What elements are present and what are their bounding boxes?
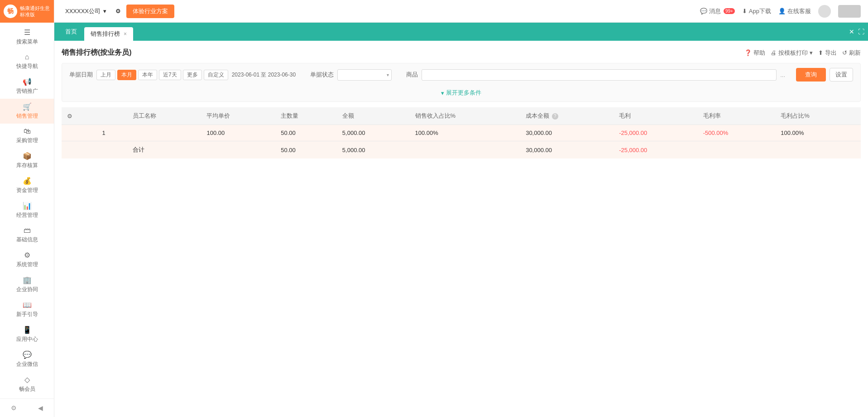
topbar: XXXXXX公司 ▾ ⚙ 体验行业方案 💬 消息 99+ ⬇ App下载 👤 在… [54, 0, 868, 23]
sidebar-label-weixin: 企业微信 [16, 360, 38, 368]
tfoot-main-qty: 50.00 [275, 141, 337, 159]
settings-btn[interactable]: 设置 [830, 68, 853, 81]
th-avg-price: 平均单价 [201, 107, 275, 125]
sidebar-item-purchase[interactable]: 🛍采购管理 [0, 124, 54, 148]
sidebar-menu: ☰搜索菜单⌂快捷导航📢营销推广🛒销售管理🛍采购管理📦库存核算💰资金管理📊经营管理… [0, 23, 54, 398]
goods-filter-label: 商品 [406, 71, 418, 79]
table-head: ⚙ 员工名称 平均单价 主数量 全额 销售收入占比% 成本全额 ? 毛利 [62, 107, 861, 125]
goods-filter-group: 商品 ... [406, 69, 785, 81]
status-filter-group: 单据状态 [310, 69, 392, 81]
avatar[interactable] [818, 5, 831, 18]
sidebar-item-collab[interactable]: 🏢企业协同 [0, 272, 54, 297]
tfoot-empty-1 [62, 141, 97, 159]
sidebar-icon-collab: 🏢 [23, 276, 32, 284]
td-gross-pct: 100.00% [775, 125, 861, 141]
refresh-btn[interactable]: ↺ 刷新 [842, 49, 861, 57]
sidebar-icon-marketing: 📢 [23, 77, 32, 86]
td-sales-pct: 100.00% [410, 125, 521, 141]
sidebar-bottom: ⚙ ◀ [0, 398, 54, 417]
th-name: 员工名称 [127, 107, 201, 125]
app-version: 标准版 [20, 11, 50, 18]
data-table: ⚙ 员工名称 平均单价 主数量 全额 销售收入占比% 成本全额 ? 毛利 [62, 107, 861, 158]
th-gross: 毛利 [614, 107, 698, 125]
page-actions: ❓ 帮助 🖨 按模板打印 ▾ ⬆ 导出 ↺ 刷新 [744, 49, 861, 57]
sidebar-item-marketing[interactable]: 📢营销推广 [0, 74, 54, 99]
sidebar-item-sales[interactable]: 🛒销售管理 [0, 99, 54, 124]
online-service-btn[interactable]: 👤 在线客服 [778, 7, 811, 15]
print-icon: 🖨 [771, 49, 777, 56]
sidebar-collapse-icon[interactable]: ◀ [36, 403, 45, 413]
sidebar-item-system[interactable]: ⚙系统管理 [0, 247, 54, 272]
message-label: 消息 [709, 7, 721, 15]
date-btn-last-month[interactable]: 上月 [96, 70, 115, 80]
tab-close-window-icon[interactable]: ✕ [849, 28, 854, 35]
company-name: XXXXXX公司 [65, 7, 101, 15]
sidebar-label-purchase: 采购管理 [16, 137, 38, 144]
app-name: 畅康通好生意 [20, 5, 50, 11]
date-btn-this-year[interactable]: 本年 [138, 70, 157, 80]
export-btn[interactable]: ⬆ 导出 [818, 49, 837, 57]
message-icon: 💬 [700, 8, 707, 14]
sidebar: 畅 畅康通好生意 标准版 ☰搜索菜单⌂快捷导航📢营销推广🛒销售管理🛍采购管理📦库… [0, 0, 54, 417]
td-amount: 5,000.00 [337, 125, 410, 141]
date-btn-custom[interactable]: 自定义 [204, 70, 228, 80]
help-btn[interactable]: ❓ 帮助 [744, 49, 765, 57]
expand-more-btn[interactable]: ▾ 展开更多条件 [441, 89, 481, 97]
td-name [127, 125, 201, 141]
sidebar-label-marketing: 营销推广 [16, 87, 38, 95]
status-select-wrapper [337, 69, 392, 81]
tfoot-gross: -25,000.00 [614, 141, 698, 159]
sidebar-icon-member: ◇ [24, 375, 30, 384]
service-icon: 👤 [778, 8, 786, 14]
sidebar-label-basic: 基础信息 [16, 236, 38, 244]
th-cost: 成本全额 ? [520, 107, 614, 125]
status-select[interactable] [337, 69, 392, 81]
sidebar-item-guide[interactable]: 📖新手引导 [0, 297, 54, 322]
table-foot: 合计 50.00 5,000.00 30,000.00 -25,000.00 [62, 141, 861, 159]
sidebar-item-operation[interactable]: 📊经营管理 [0, 198, 54, 223]
sidebar-icon-operation: 📊 [23, 201, 32, 210]
tab-expand-icon[interactable]: ⛶ [858, 28, 864, 35]
sidebar-item-member[interactable]: ◇畅会员 [0, 372, 54, 397]
template-print-btn[interactable]: 🖨 按模板打印 ▾ [771, 49, 813, 57]
filter-expand-row: ▾ 展开更多条件 [69, 85, 853, 97]
sidebar-settings-icon[interactable]: ⚙ [9, 403, 19, 413]
tab-sales-ranking[interactable]: 销售排行榜 × [84, 27, 133, 41]
sidebar-item-finance[interactable]: 💰资金管理 [0, 173, 54, 198]
sidebar-item-weixin[interactable]: 💬企业微信 [0, 347, 54, 372]
td-avg-price: 100.00 [201, 125, 275, 141]
date-btn-this-month[interactable]: 本月 [117, 70, 136, 80]
sidebar-item-search[interactable]: ☰搜索菜单 [0, 24, 54, 49]
settings-gear-icon[interactable]: ⚙ [115, 8, 121, 14]
th-gross-rate: 毛利率 [698, 107, 776, 125]
company-dropdown-icon: ▾ [103, 8, 106, 14]
download-icon: ⬇ [742, 8, 747, 14]
app-download-btn[interactable]: ⬇ App下载 [742, 7, 771, 15]
goods-input[interactable] [422, 69, 777, 81]
export-label: 导出 [825, 49, 837, 57]
cost-help-icon[interactable]: ? [552, 113, 558, 120]
date-filter-group: 单据日期 上月 本月 本年 近7天 更多 自定义 2023-06-01 至 20… [69, 70, 296, 80]
sidebar-label-operation: 经营管理 [16, 211, 38, 219]
date-btn-7days[interactable]: 近7天 [159, 70, 181, 80]
tfoot-amount: 5,000.00 [337, 141, 410, 159]
expand-label: 展开更多条件 [446, 89, 481, 97]
sidebar-label-shortcut: 快捷导航 [16, 62, 38, 70]
sidebar-item-app[interactable]: 📱应用中心 [0, 322, 54, 347]
sidebar-item-basic[interactable]: 🗃基础信息 [0, 223, 54, 247]
tab-home[interactable]: 首页 [58, 23, 84, 41]
tab-close-icon[interactable]: × [124, 31, 127, 37]
company-selector[interactable]: XXXXXX公司 ▾ [62, 5, 110, 17]
sidebar-icon-guide: 📖 [23, 301, 32, 309]
query-btn[interactable]: 查询 [796, 68, 826, 81]
sidebar-icon-inventory: 📦 [23, 152, 32, 160]
sidebar-item-shortcut[interactable]: ⌂快捷导航 [0, 49, 54, 74]
th-settings[interactable]: ⚙ [62, 107, 97, 125]
tabbar: 首页 销售排行榜 × ✕ ⛶ [54, 23, 868, 41]
table-footer-row: 合计 50.00 5,000.00 30,000.00 -25,000.00 [62, 141, 861, 159]
trial-btn[interactable]: 体验行业方案 [126, 5, 174, 18]
goods-more-link[interactable]: ... [780, 72, 785, 78]
message-btn[interactable]: 💬 消息 99+ [700, 7, 735, 15]
date-btn-more[interactable]: 更多 [183, 70, 202, 80]
sidebar-item-inventory[interactable]: 📦库存核算 [0, 148, 54, 173]
